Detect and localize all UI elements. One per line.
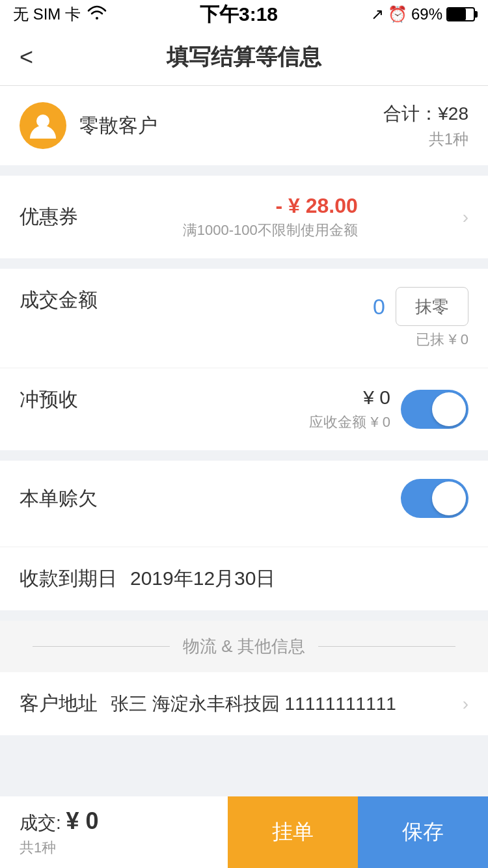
prepay-sub: 应收金额 ¥ 0 [309,413,390,432]
nav-bar: < 填写结算等信息 [0,29,488,86]
bottom-deal-amount: ¥ 0 [66,807,99,834]
customer-name: 零散客户 [79,113,157,139]
status-bar: 无 SIM 卡 下午3:18 ↗ ⏰ 69% [0,0,488,29]
prepay-value-group: ¥ 0 应收金额 ¥ 0 [309,387,390,432]
bottom-bar: 成交: ¥ 0 共1种 挂单 保存 [0,796,488,868]
round-button[interactable]: 抹零 [396,287,468,326]
transaction-section: 成交金额 0 抹零 已抹 ¥ 0 冲预收 ¥ 0 应收金额 ¥ 0 [0,269,488,450]
customer-row: 零散客户 合计：¥28 共1种 [0,86,488,165]
credit-toggle-knob [432,481,466,515]
coupon-right: - ¥ 28.00 满1000-100不限制使用金额 [183,194,358,240]
customer-total: 合计：¥28 [383,102,468,126]
coupon-desc: 满1000-100不限制使用金额 [183,221,358,240]
customer-right: 合计：¥28 共1种 [383,102,468,150]
direction-icon: ↗ [371,5,384,23]
address-chevron: › [463,694,468,714]
save-button[interactable]: 保存 [358,796,488,868]
prepay-label: 冲预收 [20,387,78,413]
customer-left: 零散客户 [20,102,157,149]
transaction-amount-value[interactable]: 0 [359,294,385,319]
content: 零散客户 合计：¥28 共1种 优惠券 - ¥ 28.00 满1000-100不… [0,86,488,824]
bottom-deal-label: 成交: [20,813,61,833]
hang-button[interactable]: 挂单 [228,796,358,868]
credit-label: 本单赊欠 [20,485,98,512]
customer-count: 共1种 [383,129,468,150]
prepay-toggle[interactable] [401,390,468,429]
transaction-amount-right: 0 抹零 [359,287,468,326]
alarm-icon: ⏰ [388,5,407,23]
address-label: 客户地址 [20,690,98,717]
bottom-info: 成交: ¥ 0 共1种 [0,807,228,858]
customer-avatar [20,102,66,149]
credit-row: 本单赊欠 [0,461,488,536]
coupon-section[interactable]: 优惠券 - ¥ 28.00 满1000-100不限制使用金额 › [0,176,488,258]
address-row[interactable]: 客户地址 张三 海淀永丰科技园 11111111111 › [0,672,488,735]
logistics-header: 物流 & 其他信息 [0,621,488,672]
prepay-value: ¥ 0 [309,387,390,409]
due-date-value[interactable]: 2019年12月30日 [130,565,275,592]
credit-section: 本单赊欠 收款到期日 2019年12月30日 [0,461,488,610]
transaction-amount-label: 成交金额 [20,287,98,314]
address-value: 张三 海淀永丰科技园 11111111111 [111,692,450,716]
transaction-amount-sub: 已抹 ¥ 0 [359,330,468,349]
credit-toggle[interactable] [401,479,468,518]
bottom-count: 共1种 [20,838,208,858]
logistics-text: 物流 & 其他信息 [183,635,305,658]
sim-label: 无 SIM 卡 [13,4,81,25]
back-button[interactable]: < [20,44,33,71]
due-date-row: 收款到期日 2019年12月30日 [0,547,488,610]
transaction-amount-row: 成交金额 0 抹零 已抹 ¥ 0 [0,269,488,368]
status-right: ↗ ⏰ 69% [371,5,475,23]
page-title: 填写结算等信息 [167,42,321,72]
due-date-label: 收款到期日 [20,565,117,592]
toggle-knob [432,392,466,426]
bottom-deal-row: 成交: ¥ 0 [20,807,208,835]
coupon-amount: - ¥ 28.00 [183,194,358,218]
status-time: 下午3:18 [200,1,278,28]
coupon-chevron: › [463,207,468,228]
status-left: 无 SIM 卡 [13,4,107,25]
prepay-row: 冲预收 ¥ 0 应收金额 ¥ 0 [0,368,488,450]
battery-icon [446,7,475,21]
coupon-label: 优惠券 [20,204,78,230]
wifi-icon [87,5,107,23]
battery-percentage: 69% [411,5,442,23]
